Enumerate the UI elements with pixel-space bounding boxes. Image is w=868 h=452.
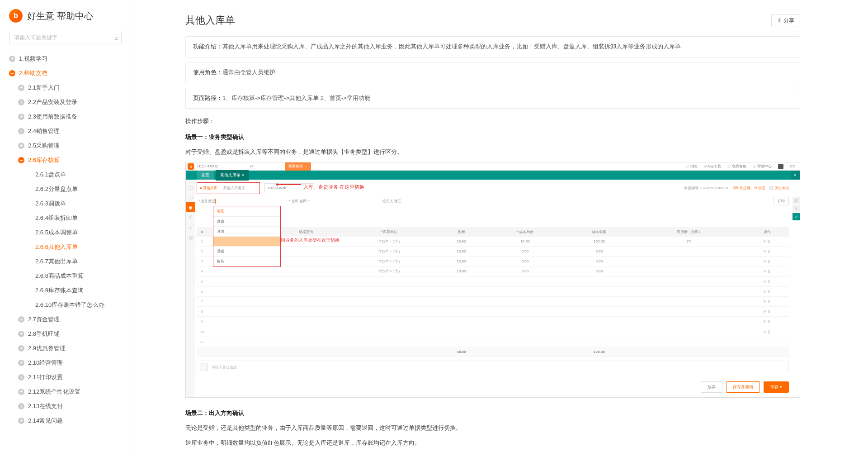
shot-nav-help: ◇ 帮助中心: [753, 163, 772, 170]
shot-nav-app: ◇ App下载: [704, 163, 721, 170]
scene2-title: 场景二：出入方向确认: [185, 408, 800, 419]
shot-docno: 单据编号 JC-20191226-001: [684, 185, 728, 191]
shot-table: #商品入规格型号* 库存单位数量* 成本单价成本金额可用量（仓库）操作 1个(1…: [197, 227, 789, 357]
tree-item-video[interactable]: +1.视频学习: [9, 52, 131, 66]
tree-item-inventory[interactable]: –2.6库存核算: [9, 153, 131, 167]
role-box: 使用角色：通常由仓管人员维护: [185, 62, 800, 83]
shot-save-button: 保存 ▾: [764, 381, 789, 393]
arrow-icon: [276, 184, 301, 185]
shot-avatar: [778, 164, 783, 169]
page-title: 其他入库单: [185, 14, 235, 27]
tree-item-other-out[interactable]: 2.6.7其他出库单: [9, 254, 131, 269]
shot-remark: 备注信息 请输入备注信息: [197, 361, 789, 373]
shot-discard-button: 放弃: [701, 381, 722, 393]
shot-rightbar: ▥ ✎ ⤢: [793, 197, 800, 221]
scene1-title: 场景一：业务类型确认: [185, 132, 800, 143]
tree-item-install[interactable]: +2.2产品安装及登录: [9, 95, 131, 109]
tree-item-coupon[interactable]: +2.9优惠券管理: [9, 341, 131, 356]
shot-switch-icon: ⇄: [250, 162, 253, 170]
tool-icon: ▥: [793, 197, 800, 204]
plus-icon: +: [18, 316, 24, 323]
shot-close-icon: ×: [791, 171, 800, 180]
minus-icon: –: [9, 70, 15, 76]
annotation-1: 入库、退货业务 在这里切换: [303, 182, 364, 192]
shot-dropdown: 请选 盘盈 其他 受赠 拆装: [213, 206, 281, 267]
tool-icon: ⤢: [793, 213, 800, 220]
tree-item-recalc[interactable]: 2.6.8商品成本重算: [9, 269, 131, 283]
tool-icon: ✎: [793, 205, 800, 212]
site-title: 好生意 帮助中心: [27, 10, 93, 22]
shot-radio-return: 其他入库退库: [223, 186, 245, 190]
plus-icon: +: [18, 389, 24, 395]
plus-icon: +: [18, 128, 24, 134]
plus-icon: +: [18, 374, 24, 381]
tree-item-other-in[interactable]: 2.6.6其他入库单: [9, 240, 131, 254]
tree-item-sales[interactable]: +2.4销售管理: [9, 124, 131, 138]
tree-item-stocktake[interactable]: 2.6.1盘点单: [9, 167, 131, 182]
shot-history: 🕘 历史单据: [769, 185, 789, 191]
tree-item-mobile[interactable]: +2.8手机旺铺: [9, 327, 131, 341]
scene2-text2: 退库业务中，明细数量均以负值红色展示。无论是入库还是退库，库存账均记在入库方向。: [185, 438, 800, 449]
plus-icon: +: [18, 85, 24, 91]
plus-icon: +: [18, 331, 24, 337]
scene2-text1: 无论是受赠，还是其他类型的业务，由于入库商品质量等原因，需要退回，这时可通过单据…: [185, 423, 800, 434]
tree-item-cost-adjust[interactable]: 2.6.5成本调整单: [9, 225, 131, 240]
tree-item-finance[interactable]: +2.7资金管理: [9, 312, 131, 327]
tree-item-transfer[interactable]: 2.6.3调拨单: [9, 196, 131, 211]
shot-logo-icon: b: [188, 163, 194, 170]
shot-radio-group: ● 其他入库 其他入库退库: [197, 182, 260, 194]
site-logo: b: [9, 9, 23, 23]
shot-nav-msg: ◇ 消息: [686, 163, 698, 170]
plus-icon: +: [18, 345, 24, 352]
shot-trial-button: 我要购买 →: [285, 162, 311, 170]
plus-icon: +: [18, 99, 24, 105]
shot-print: 打印: [774, 197, 789, 205]
shot-company: TEST-H002: [197, 162, 218, 170]
shot-radio-in: ● 其他入库: [200, 186, 217, 190]
tree-item-faq[interactable]: +2.14常见问题: [9, 414, 131, 428]
tree-item-pay[interactable]: +2.13在线支付: [9, 399, 131, 414]
tree-item-print[interactable]: +2.11打印设置: [9, 370, 131, 385]
share-button[interactable]: ⇪分享: [771, 14, 800, 27]
plus-icon: +: [18, 360, 24, 366]
screenshot-1: ⌂ ▦ ▢ ▭ ◉ ¥ ☺ ▤ b TEST-H002 ⇄ 我要购买 → ◇ 消…: [185, 162, 800, 398]
tree-item-ledger[interactable]: 2.6.9库存账本查询: [9, 283, 131, 298]
plus-icon: +: [18, 403, 24, 409]
tree-item-prep[interactable]: +2.3使用前数据准备: [9, 109, 131, 124]
path-box: 页面路径：1、库存核算->库存管理->其他入库单 2、首页->常用功能: [185, 88, 800, 109]
tree-item-assembly[interactable]: 2.6.4组装拆卸单: [9, 211, 131, 225]
remark-icon: [200, 363, 208, 371]
plus-icon: +: [18, 114, 24, 120]
intro-box: 功能介绍：其他入库单用来处理除采购入库、产成品入库之外的其他入库业务，因此其他入…: [185, 36, 800, 57]
tree-item-partial-stocktake[interactable]: 2.6.2分量盘点单: [9, 182, 131, 196]
tree-item-help-docs[interactable]: –2.帮助文档: [9, 66, 131, 81]
shot-tab-current: 其他入库单 ×: [216, 170, 249, 181]
scene1-text: 对于受赠、盘盈或是拆装入库等不同的业务，是通过单据头【业务类型】进行区分。: [185, 147, 800, 158]
shot-user: CC: [790, 163, 795, 170]
steps-label: 操作步骤：: [185, 116, 800, 127]
tree-item-ledger-fix[interactable]: 2.6.10库存账本错了怎么办: [9, 298, 131, 312]
search-input[interactable]: [9, 31, 122, 44]
plus-icon: +: [9, 56, 15, 62]
minus-icon: –: [18, 157, 24, 163]
tree-item-operate[interactable]: +2.10经营管理: [9, 356, 131, 370]
share-icon: ⇪: [777, 17, 782, 24]
shot-shortcuts: ⌨ 快捷键: [733, 185, 750, 191]
tree-item-purchase[interactable]: +2.5采购管理: [9, 138, 131, 153]
plus-icon: +: [18, 418, 24, 424]
shot-settings: ⚙ 设置: [754, 185, 765, 191]
shot-tab-home: 首页: [197, 170, 214, 181]
plus-icon: +: [18, 143, 24, 149]
tree-item-newbie[interactable]: +2.1新手入门: [9, 81, 131, 95]
tree-item-system[interactable]: +2.12系统个性化设置: [9, 385, 131, 399]
shot-savenew-button: 保存并新增: [726, 381, 760, 393]
shot-nav-cs: ◇ 在线客服: [727, 163, 746, 170]
